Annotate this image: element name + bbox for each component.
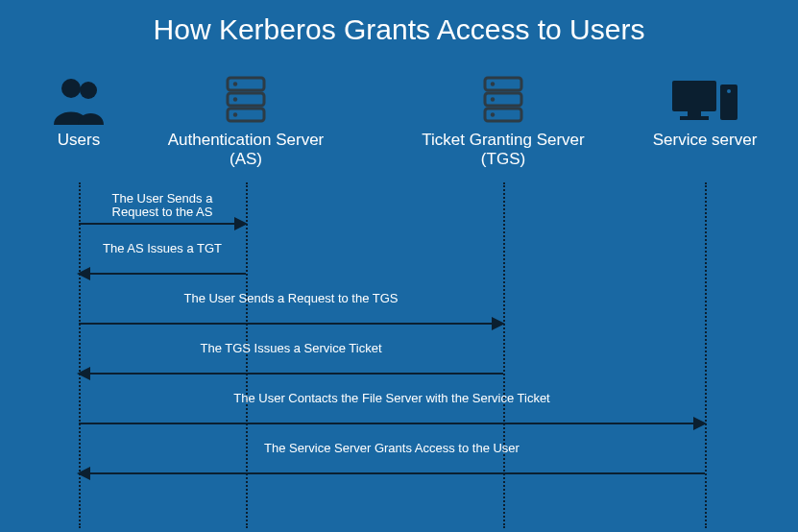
message-label: The User Sends a Request to the TGS xyxy=(79,292,503,305)
arrow-head-icon xyxy=(234,217,248,230)
svg-point-18 xyxy=(727,89,731,93)
svg-rect-15 xyxy=(688,111,701,116)
svg-rect-8 xyxy=(485,78,521,90)
lifeline-service xyxy=(705,182,707,528)
message-label: The TGS Issues a Service Ticket xyxy=(79,342,503,355)
svg-point-12 xyxy=(491,97,495,101)
svg-point-11 xyxy=(491,82,495,85)
svg-point-6 xyxy=(233,97,237,101)
svg-rect-10 xyxy=(485,109,521,121)
arrow-line xyxy=(79,223,246,225)
actor-tgs: Ticket Granting Server (TGS) xyxy=(417,67,590,170)
arrow-head-icon xyxy=(77,267,90,280)
arrow-head-icon xyxy=(77,367,90,380)
arrow-line xyxy=(79,373,503,375)
actor-label: Service server xyxy=(618,131,791,150)
svg-point-5 xyxy=(233,82,237,85)
svg-rect-4 xyxy=(228,109,264,121)
message-arrow: The Service Server Grants Access to the … xyxy=(79,459,705,497)
actor-label: Authentication Server (AS) xyxy=(159,131,332,170)
svg-rect-14 xyxy=(672,81,716,111)
workstation-icon xyxy=(618,67,791,125)
arrow-line xyxy=(79,472,705,474)
message-label: The AS Issues a TGT xyxy=(79,242,246,255)
svg-point-13 xyxy=(491,112,495,116)
svg-rect-3 xyxy=(228,93,264,106)
actor-label: Users xyxy=(0,131,165,150)
actor-users: Users xyxy=(0,67,165,150)
arrow-head-icon xyxy=(492,317,505,330)
arrow-line xyxy=(79,323,503,325)
actor-label: Ticket Granting Server (TGS) xyxy=(417,131,590,170)
svg-point-1 xyxy=(80,82,97,99)
svg-rect-9 xyxy=(485,93,521,106)
actor-as: Authentication Server (AS) xyxy=(159,67,332,170)
diagram-title: How Kerberos Grants Access to Users xyxy=(0,0,798,46)
message-label: The User Contacts the File Server with t… xyxy=(79,392,705,405)
message-label: The Service Server Grants Access to the … xyxy=(79,442,705,455)
arrow-line xyxy=(79,423,705,424)
svg-point-0 xyxy=(61,79,81,98)
actor-service: Service server xyxy=(618,67,791,150)
server-icon xyxy=(159,67,332,125)
arrow-head-icon xyxy=(77,467,90,480)
arrow-line xyxy=(79,273,246,275)
arrow-head-icon xyxy=(693,417,707,430)
svg-rect-16 xyxy=(680,116,709,120)
sequence-diagram: Users Authentication Server (AS) xyxy=(0,67,798,528)
server-icon xyxy=(417,67,590,125)
svg-rect-2 xyxy=(228,78,264,90)
users-icon xyxy=(0,67,165,125)
svg-point-7 xyxy=(233,112,237,116)
message-label: The User Sends a Request to the AS xyxy=(79,192,246,220)
